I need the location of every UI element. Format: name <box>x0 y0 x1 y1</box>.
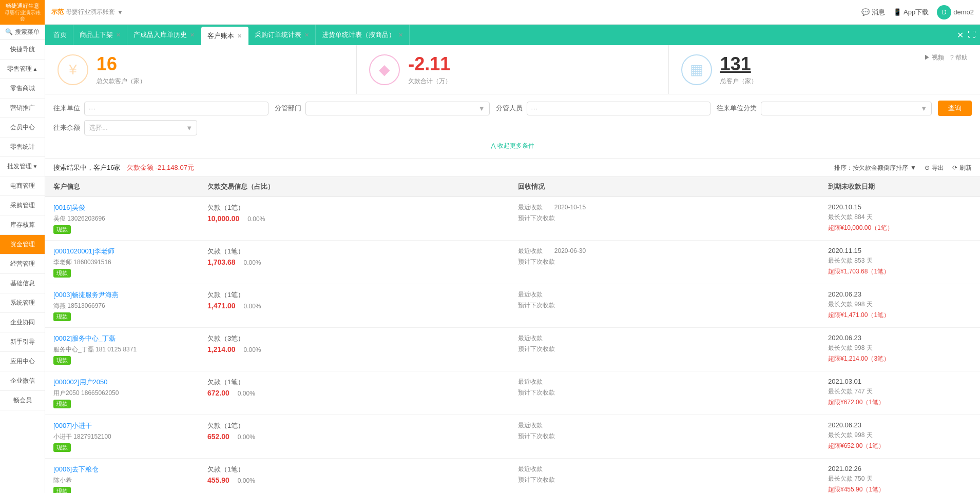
filter-balance-select[interactable]: 选择... ▼ <box>84 120 197 135</box>
filter-manager-input[interactable]: ··· <box>527 102 711 115</box>
debt-count-000002: 欠款（1笔） <box>207 378 518 387</box>
collection-000002: 最近收款 预计下次收款 <box>518 378 829 397</box>
customer-info-0006: [0006]去下粮仓 陈小希 现款 <box>53 465 207 493</box>
sidebar-item-biz-mgmt[interactable]: 经营管理 <box>0 254 45 274</box>
customer-name-0016[interactable]: [0016]吴俊 <box>53 203 207 212</box>
tab-purchase-order-stats[interactable]: 采购订单统计表 ✕ <box>248 25 316 45</box>
overdue-amount-0007[interactable]: 超限¥652.00（1笔） <box>828 442 972 450</box>
filter-from-unit-input[interactable]: ··· <box>84 102 268 115</box>
overdue-amount-0003[interactable]: 超限¥1,471.00（1笔） <box>828 311 972 320</box>
sidebar-item-quick-nav[interactable]: 快捷导航 <box>0 40 45 60</box>
sidebar-item-basic-info[interactable]: 基础信息 <box>0 274 45 293</box>
customer-name-0007[interactable]: [0007]小进干 <box>53 421 207 430</box>
message-icon: 💬 <box>861 8 870 16</box>
customer-name-0002[interactable]: [0002]服务中心_丁磊 <box>53 334 207 343</box>
topbar-left: 示范 母婴行业演示账套 ▼ <box>51 8 123 16</box>
sidebar-item-ecom-mgmt[interactable]: 电商管理 <box>0 176 45 196</box>
search-menu[interactable]: 🔍 搜索菜单 <box>0 25 45 40</box>
sidebar-item-retail-mgmt[interactable]: 零售管理 ▲ <box>0 60 45 79</box>
collapse-label: 收起更多条件 <box>497 142 534 149</box>
close-icon-purchase[interactable]: ✕ <box>304 32 309 38</box>
overdue-amount-0002[interactable]: 超限¥1,214.00（3笔） <box>828 354 972 363</box>
sidebar-item-sys-mgmt[interactable]: 系统管理 <box>0 293 45 313</box>
customer-name-0006[interactable]: [0006]去下粮仓 <box>53 465 207 474</box>
customer-info-0003: [0003]畅捷服务尹海燕 海燕 18513066976 现款 <box>53 290 207 321</box>
sidebar-item-inventory[interactable]: 库存核算 <box>0 215 45 235</box>
result-summary-text: 搜索结果中，客户16家 <box>53 164 121 171</box>
close-icon[interactable]: ✕ <box>116 32 121 38</box>
overdue-amount-0016[interactable]: 超限¥10,000.00（1笔） <box>828 224 972 232</box>
debt-amount-row-0016: 10,000.00 0.00% <box>207 214 518 223</box>
customer-name-0003[interactable]: [0003]畅捷服务尹海燕 <box>53 290 207 300</box>
sidebar-item-marketing[interactable]: 营销推广 <box>0 98 45 118</box>
customer-name-000002[interactable]: [000002]用户2050 <box>53 378 207 387</box>
overdue-date-0007: 2020.06.23 <box>828 421 972 429</box>
chevron-down-dept: ▼ <box>478 105 485 112</box>
sidebar-item-enterprise[interactable]: 企业协同 <box>0 313 45 332</box>
recent-collect-0006: 最近收款 <box>518 465 829 474</box>
filter-dept-input[interactable]: ▼ <box>305 102 490 115</box>
collapse-button[interactable]: ⋀ 收起更多条件 <box>53 140 972 152</box>
overdue-days-0006: 最长欠款 750 天 <box>828 475 972 483</box>
help-btn[interactable]: ? 帮助 <box>950 53 968 62</box>
debt-percent-0003: 0.00% <box>244 303 261 310</box>
help-icon: ? <box>950 54 954 61</box>
overdue-date-00010200001: 2020.11.15 <box>828 247 972 254</box>
debt-percent-0007: 0.00% <box>238 433 255 441</box>
sidebar-item-batch-mgmt[interactable]: 批发管理 ▼ <box>0 157 45 176</box>
tab-customer-account[interactable]: 客户账本 ✕ <box>201 27 248 45</box>
table-row: [0002]服务中心_丁磊 服务中心_丁磊 181 0125 8371 现款 欠… <box>45 328 980 371</box>
close-icon-inventory[interactable]: ✕ <box>190 32 195 38</box>
customer-name-00010200001[interactable]: [0001020001]李老师 <box>53 247 207 256</box>
refresh-label: 刷新 <box>959 164 972 172</box>
debt-amount-000002: 672.00 <box>207 389 229 397</box>
close-icon-purchase2[interactable]: ✕ <box>398 32 403 38</box>
sidebar-item-retail-mall[interactable]: 零售商城 <box>0 79 45 98</box>
debt-count-0003: 欠款（1笔） <box>207 290 518 300</box>
tabs-expand-icon[interactable]: ⛶ <box>968 30 976 40</box>
customer-info-000002: [000002]用户2050 用户2050 18665062050 现款 <box>53 378 207 408</box>
sort-arrow: ▼ <box>910 164 916 171</box>
export-btn[interactable]: ⊙ 导出 <box>925 164 944 172</box>
sort-label[interactable]: 排序：按欠款金额倒序排序 ▼ <box>834 164 916 172</box>
collapse-icon: ⋀ <box>491 142 496 149</box>
dropdown-icon[interactable]: ▼ <box>117 9 123 16</box>
overdue-amount-00010200001[interactable]: 超限¥1,703.68（1笔） <box>828 267 972 276</box>
debt-info-0002: 欠款（3笔） 1,214.00 0.00% <box>207 334 518 353</box>
tabs-close-all-icon[interactable]: ✕ <box>957 30 964 40</box>
sidebar-item-wechat[interactable]: 企业微信 <box>0 371 45 391</box>
table-row: [0007]小进干 小进干 18279152100 现款 欠款（1笔） 652.… <box>45 415 980 459</box>
sidebar-item-retail-stats[interactable]: 零售统计 <box>0 137 45 157</box>
download-icon: 📱 <box>893 8 901 16</box>
tab-inventory-history[interactable]: 产成品入库单历史 ✕ <box>127 25 201 45</box>
sidebar-item-newbie[interactable]: 新手引导 <box>0 332 45 352</box>
sidebar-item-vip[interactable]: 畅会员 <box>0 391 45 410</box>
tab-product-listing[interactable]: 商品上下架 ✕ <box>73 25 127 45</box>
table-row: [0016]吴俊 吴俊 13026203696 现款 欠款（1笔） 10,000… <box>45 197 980 241</box>
sidebar-item-app-center[interactable]: 应用中心 <box>0 352 45 371</box>
col-customer-info: 客户信息 <box>53 182 207 191</box>
app-download-btn[interactable]: 📱 App下载 <box>893 8 929 17</box>
refresh-btn[interactable]: ⟳ 刷新 <box>952 164 972 172</box>
filter-unit-category-input[interactable]: ▼ <box>761 102 932 115</box>
close-icon-customer[interactable]: ✕ <box>237 33 242 40</box>
video-btn[interactable]: ▶ 视频 <box>924 53 944 62</box>
result-actions: 排序：按欠款金额倒序排序 ▼ ⊙ 导出 ⟳ 刷新 <box>834 164 972 172</box>
collection-0016: 最近收款 2020-10-15 预计下次收款 <box>518 203 829 223</box>
tab-home[interactable]: 首页 <box>47 25 73 45</box>
chevron-down-category: ▼ <box>920 105 927 112</box>
sidebar-item-purchase-mgmt[interactable]: 采购管理 <box>0 196 45 215</box>
debt-count-0016: 欠款（1笔） <box>207 203 518 212</box>
search-button[interactable]: 查询 <box>938 101 972 116</box>
overdue-days-0007: 最长欠款 998 天 <box>828 431 972 440</box>
overdue-amount-0006[interactable]: 超限¥455.90（1笔） <box>828 485 972 493</box>
topbar: 示范 母婴行业演示账套 ▼ 💬 消息 📱 App下载 D demo2 <box>45 0 980 25</box>
chevron-down-balance: ▼ <box>186 124 193 132</box>
sidebar-item-finance[interactable]: 资金管理 <box>0 235 45 254</box>
message-btn[interactable]: 💬 消息 <box>861 8 885 17</box>
user-avatar[interactable]: D demo2 <box>937 5 974 19</box>
tab-purchase-stats-product[interactable]: 进货单统计表（按商品） ✕ <box>316 25 410 45</box>
sidebar-item-quick-nav-label: 快捷导航 <box>10 46 35 53</box>
overdue-amount-000002[interactable]: 超限¥672.00（1笔） <box>828 398 972 407</box>
sidebar-item-member[interactable]: 会员中心 <box>0 118 45 137</box>
